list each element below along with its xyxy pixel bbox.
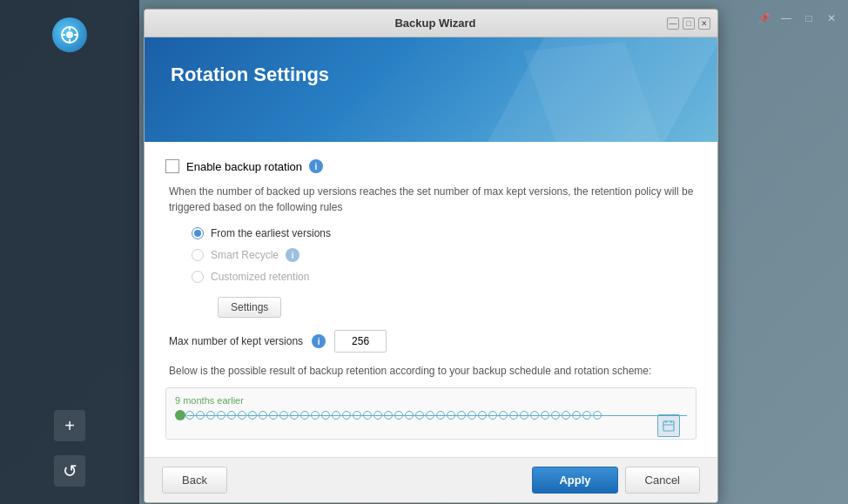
bg-window-controls: 📌 — □ ✕ — [756, 10, 839, 26]
footer-right-buttons: Apply Cancel — [532, 467, 700, 494]
enable-rotation-checkbox[interactable] — [165, 159, 179, 173]
radio-row-custom: Customized retention — [192, 271, 697, 283]
taskbar-bottom-actions: + ↺ — [54, 410, 85, 487]
radio-smart-label: Smart Recycle — [211, 249, 279, 261]
calendar-icon[interactable] — [657, 414, 680, 437]
close-button[interactable]: ✕ — [698, 17, 710, 30]
enable-rotation-label: Enable backup rotation — [186, 160, 302, 173]
radio-earliest[interactable] — [192, 227, 204, 239]
app-logo[interactable] — [52, 17, 87, 52]
cancel-button[interactable]: Cancel — [625, 467, 700, 494]
bg-close-icon[interactable]: ✕ — [824, 10, 839, 26]
header-panel: Rotation Settings — [145, 37, 717, 142]
desktop: + ↺ 📌 — □ ✕ Backup Wizard — □ ✕ Rotation… — [0, 0, 848, 504]
smart-recycle-info-icon[interactable]: i — [286, 248, 299, 262]
max-versions-row: Max number of kept versions i — [165, 330, 697, 353]
content-area: Enable backup rotation i When the number… — [145, 142, 717, 457]
window-title: Backup Wizard — [204, 17, 667, 30]
bg-minimize-icon[interactable]: — — [778, 10, 794, 26]
radio-group: From the earliest versions Smart Recycle… — [165, 227, 697, 283]
taskbar: + ↺ — [0, 0, 139, 504]
radio-earliest-label: From the earliest versions — [211, 227, 331, 239]
enable-rotation-row: Enable backup rotation i — [165, 159, 697, 173]
timeline-start-dot — [175, 410, 185, 420]
timeline-track — [175, 409, 687, 421]
timeline-label: 9 months earlier — [175, 395, 687, 406]
bg-maximize-icon[interactable]: □ — [801, 10, 817, 26]
history-button[interactable]: ↺ — [54, 455, 85, 487]
window-controls: — □ ✕ — [667, 17, 710, 30]
backup-wizard-window: Backup Wizard — □ ✕ Rotation Settings En… — [144, 9, 718, 503]
add-button[interactable]: + — [54, 410, 85, 441]
minimize-button[interactable]: — — [667, 17, 679, 30]
svg-rect-6 — [663, 421, 674, 431]
title-bar: Backup Wizard — □ ✕ — [145, 10, 717, 37]
radio-row-earliest: From the earliest versions — [192, 227, 697, 239]
back-button[interactable]: Back — [162, 467, 227, 494]
radio-custom[interactable] — [192, 271, 204, 283]
enable-rotation-info-icon[interactable]: i — [309, 159, 323, 173]
page-title: Rotation Settings — [171, 64, 691, 86]
footer: Back Apply Cancel — [145, 457, 717, 502]
max-versions-label: Max number of kept versions — [169, 335, 303, 347]
rotation-description: When the number of backed up versions re… — [165, 184, 697, 215]
radio-row-smart: Smart Recycle i — [192, 248, 697, 262]
maximize-button[interactable]: □ — [683, 17, 695, 30]
bg-pin-icon[interactable]: 📌 — [756, 10, 771, 26]
svg-point-1 — [66, 31, 73, 38]
radio-smart[interactable] — [192, 249, 204, 261]
settings-button[interactable]: Settings — [218, 297, 281, 318]
below-description: Below is the possible result of backup r… — [165, 363, 697, 379]
max-versions-info-icon[interactable]: i — [312, 334, 326, 348]
radio-custom-label: Customized retention — [211, 271, 309, 283]
timeline-container: 9 months earlier — [165, 387, 697, 440]
apply-button[interactable]: Apply — [532, 467, 617, 494]
max-versions-input[interactable] — [334, 330, 387, 353]
timeline-line — [187, 415, 687, 416]
